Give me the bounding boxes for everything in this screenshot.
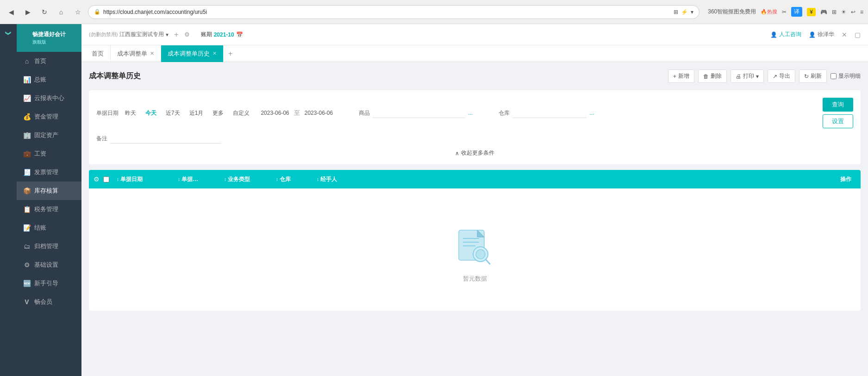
new-button[interactable]: + 新增 — [668, 69, 694, 83]
back-button[interactable]: ◀ — [5, 6, 18, 19]
col-header-warehouse[interactable]: ↕ 仓库 — [272, 175, 294, 183]
sidebar-item-reports[interactable]: 📈 云报表中心 — [17, 89, 81, 107]
star-button[interactable]: ☆ — [71, 6, 84, 19]
preset-1month[interactable]: 近1月 — [186, 108, 207, 119]
service-label: 人工咨询 — [779, 31, 801, 38]
preset-7days[interactable]: 近7天 — [162, 108, 184, 119]
closing-icon: 📝 — [23, 224, 31, 232]
sidebar-item-ledger[interactable]: 📊 总账 — [17, 70, 81, 89]
customer-service-btn[interactable]: 👤 人工咨询 — [770, 31, 801, 38]
sidebar-item-inventory[interactable]: 📦 库存核算 — [17, 182, 81, 200]
refresh-button[interactable]: ↻ 刷新 — [799, 69, 827, 83]
inventory-icon: 📦 — [23, 187, 31, 194]
grid-tool[interactable]: ⊞ — [832, 9, 837, 15]
wallet-tool[interactable]: ¥ — [807, 8, 816, 16]
logo-text-line2: 旗舰版 — [32, 39, 66, 45]
remark-input[interactable] — [110, 134, 221, 144]
preset-more[interactable]: 更多 — [209, 108, 227, 119]
sidebar-item-funds[interactable]: 💰 资金管理 — [17, 107, 81, 126]
brightness-tool[interactable]: ☀ — [841, 9, 846, 15]
date-to: 2023-06-06 — [305, 110, 333, 116]
tab-cost-adjust-history-close[interactable]: ✕ — [212, 50, 217, 56]
tax-icon: 📋 — [23, 206, 31, 213]
logo-text-line1: 畅捷通好会计 — [32, 31, 66, 38]
sidebar-label-invoice: 发票管理 — [34, 168, 58, 176]
preset-custom[interactable]: 自定义 — [229, 108, 253, 119]
forward-button[interactable]: ▶ — [21, 6, 34, 19]
sort-up-icon-4: ↕ — [276, 177, 278, 182]
warehouse-input[interactable] — [512, 108, 587, 118]
display-detail-toggle[interactable]: 显示明细 — [831, 72, 861, 80]
col-header-date[interactable]: ↕ 单据日期 — [113, 175, 146, 183]
menu-tool[interactable]: ≡ — [860, 9, 863, 15]
sort-up-icon-3: ↕ — [224, 177, 226, 182]
search-360-label: 360智能抠图免费用 — [708, 8, 756, 16]
remark-label: 备注 — [96, 135, 107, 143]
translate-tool[interactable]: 译 — [791, 7, 802, 17]
company-selector[interactable]: (勿删勿禁用) 江西服宝测试专用 ▾ — [89, 31, 169, 38]
preset-yesterday[interactable]: 昨天 — [121, 108, 140, 119]
export-button[interactable]: ↗ 导出 — [768, 69, 795, 83]
setting-button[interactable]: 设置 — [823, 114, 853, 128]
window-minimize-icon[interactable]: ▢ — [855, 31, 861, 38]
tab-cost-adjust-close[interactable]: ✕ — [150, 50, 154, 56]
assets-icon: 🏢 — [23, 132, 31, 139]
table-gear-icon[interactable]: ⚙ — [94, 175, 100, 183]
scissors-tool[interactable]: ✂ — [782, 9, 787, 15]
top-add-button[interactable]: + — [172, 31, 180, 39]
empty-text: 暂元数据 — [463, 275, 487, 283]
main-sidebar: 畅捷通好会计 旗舰版 ⌂ 首页 📊 总账 📈 云报表中心 💰 资金管理 � — [17, 24, 81, 376]
user-info[interactable]: 👤 徐泽华 — [809, 31, 834, 38]
undo-tool[interactable]: ↩ — [851, 9, 856, 15]
tab-cost-adjust-history-label: 成本调整单历史 — [168, 50, 210, 58]
col-header-action: 操作 — [840, 175, 856, 183]
tab-cost-adjust[interactable]: 成本调整单 ✕ — [111, 45, 161, 62]
nav-menu: ⌂ 首页 📊 总账 📈 云报表中心 💰 资金管理 🏢 固定资产 💼 工资 — [17, 52, 81, 376]
settings-icon: ⚙ — [23, 261, 31, 269]
goods-input[interactable] — [373, 108, 465, 118]
tab-cost-adjust-label: 成本调整单 — [117, 50, 147, 58]
icon-sidebar-item-1[interactable]: ❯ — [1, 26, 16, 41]
sidebar-item-assets[interactable]: 🏢 固定资产 — [17, 126, 81, 144]
col-header-handler[interactable]: ↕ 经手人 — [313, 175, 341, 183]
sidebar-item-tax[interactable]: 📋 税务管理 — [17, 200, 81, 219]
filter-row-1: 单据日期 昨天 今天 近7天 近1月 更多 自定义 2023-06-06 至 — [96, 98, 853, 128]
new-icon: + — [673, 73, 676, 80]
col-header-biztype[interactable]: ↕ 业务类型 — [220, 175, 254, 183]
sidebar-label-settings: 基础设置 — [34, 261, 58, 269]
url-bar[interactable]: 🔒 https://cloud.chanjet.com/accounting/u… — [88, 5, 699, 19]
game-tool[interactable]: 🎮 — [820, 9, 827, 15]
sidebar-label-archive: 归档管理 — [34, 242, 58, 251]
sidebar-item-closing[interactable]: 📝 结账 — [17, 219, 81, 237]
home-button[interactable]: ⌂ — [55, 6, 68, 19]
page-header: 成本调整单历史 + 新增 🗑 删除 🖨 打印 ▾ — [89, 69, 861, 83]
tab-cost-adjust-history[interactable]: 成本调整单历史 ✕ — [161, 45, 224, 62]
table-select-all-checkbox[interactable] — [103, 176, 109, 182]
sidebar-item-guide[interactable]: 🆕 新手引导 — [17, 274, 81, 293]
tab-home[interactable]: 首页 — [85, 45, 111, 62]
preset-today[interactable]: 今天 — [142, 108, 160, 119]
warehouse-more-btn[interactable]: ... — [589, 110, 594, 116]
tab-add-button[interactable]: + — [224, 50, 237, 58]
refresh-button[interactable]: ↻ — [38, 6, 51, 19]
sidebar-item-archive[interactable]: 🗂 归档管理 — [17, 237, 81, 256]
col-header-doc[interactable]: ↕ 单据… — [174, 175, 202, 183]
svg-point-8 — [476, 250, 485, 259]
sidebar-item-home[interactable]: ⌂ 首页 — [17, 52, 81, 70]
sidebar-item-invoice[interactable]: 🧾 发票管理 — [17, 163, 81, 182]
sidebar-item-settings[interactable]: ⚙ 基础设置 — [17, 256, 81, 274]
sidebar-item-payroll[interactable]: 💼 工资 — [17, 144, 81, 163]
query-button[interactable]: 查询 — [823, 98, 853, 112]
print-button[interactable]: 🖨 打印 ▾ — [731, 69, 764, 83]
delete-button[interactable]: 🗑 删除 — [698, 69, 727, 83]
collapse-btn[interactable]: ∧ 收起更多条件 — [455, 149, 494, 157]
sidebar-item-vip[interactable]: V 畅会员 — [17, 293, 81, 311]
new-label: 新增 — [678, 72, 689, 80]
goods-more-btn[interactable]: ... — [468, 110, 473, 116]
window-close-icon[interactable]: ✕ — [842, 31, 847, 38]
warehouse-filter: 仓库 ... — [499, 108, 594, 118]
display-detail-checkbox[interactable] — [831, 73, 837, 79]
top-settings-icon[interactable]: ⚙ — [184, 31, 190, 38]
calendar-icon[interactable]: 📅 — [236, 31, 243, 38]
empty-state: 暂元数据 — [89, 188, 861, 311]
